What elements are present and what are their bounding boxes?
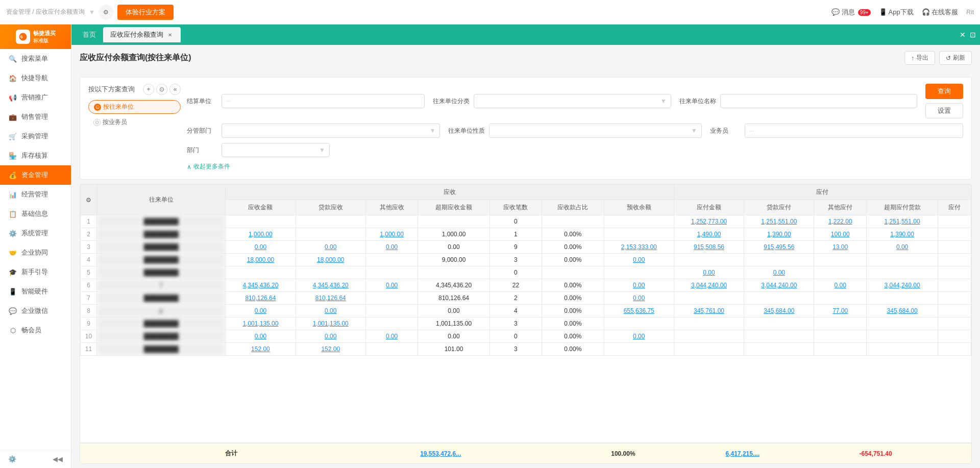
sidebar-item-business[interactable]: 📊 经营管理 <box>0 185 71 204</box>
scheme-tab-partner-label: 按往来单位 <box>103 103 134 111</box>
salesperson-input[interactable]: ··· <box>745 124 963 138</box>
table-container[interactable]: ⚙ 往来单位 应收 应付 应收金额 贷款应收 其他应收 超期应收金额 应收笔数 <box>80 184 971 442</box>
partner-cell: p <box>97 305 226 317</box>
sidebar-item-inventory[interactable]: 🏪 库存核算 <box>0 146 71 165</box>
sidebar-item-label: 采购管理 <box>21 132 48 141</box>
sidebar-item-basic-info[interactable]: 📋 基础信息 <box>0 204 71 224</box>
filter-fields: 结算单位 ··· 往来单位分类 ▼ 往来单位名称 <box>187 84 963 173</box>
newbie-icon: 🎓 <box>8 267 17 277</box>
tab-close-icon[interactable]: ✕ <box>166 31 174 38</box>
member-icon: ⬡ <box>8 326 17 335</box>
table-row: 674,345,436.204,345,436.200.004,345,436.… <box>81 279 971 292</box>
chevron-down-icon[interactable]: ▼ <box>89 9 95 16</box>
sidebar-item-label: 快捷导航 <box>21 73 48 83</box>
filter-partner-nature: 往来单位性质 ▼ <box>448 124 701 138</box>
page-content: 应收应付余额查询(按往来单位) ↑ 导出 ↺ 刷新 <box>71 45 980 468</box>
scheme-tab-partner[interactable]: ⊙ 按往来单位 <box>88 100 181 114</box>
filter-dept-manager: 分管部门 ▼ <box>187 124 440 138</box>
settings-scheme-button[interactable]: ⊙ <box>156 84 167 95</box>
footer-prepay[interactable]: 6,417,215.... <box>675 447 810 460</box>
table-row: 9████████1,001,135.001,001,135.001,001,1… <box>81 317 971 330</box>
query-button[interactable]: 查询 <box>925 84 963 99</box>
table-settings-col[interactable]: ⚙ <box>81 185 97 215</box>
table-row: 11████████152.00152.00101.0030.00% <box>81 343 971 356</box>
content-area: 首页 应收应付余额查询 ✕ ✕ ⊡ 应收应付余额查询(按往来单位) ↑ 导出 <box>71 24 980 468</box>
tabbar: 首页 应收应付余额查询 ✕ ✕ ⊡ <box>71 24 980 45</box>
sidebar-item-smart-hw[interactable]: 📱 智能硬件 <box>0 282 71 301</box>
partner-category-select[interactable]: ▼ <box>474 94 671 108</box>
partner-cell: ████████ <box>97 292 226 305</box>
page-title-actions: ↑ 导出 ↺ 刷新 <box>904 51 972 65</box>
footer-label: 合计 <box>101 447 362 460</box>
sidebar-item-enterprise[interactable]: 🤝 企业协同 <box>0 243 71 262</box>
partner-nature-label: 往来单位性质 <box>448 127 485 135</box>
svg-text:6: 6 <box>20 34 22 39</box>
query-setting-buttons: 查询 设置 <box>925 84 963 118</box>
partner-cell: ████████ <box>97 228 226 241</box>
promo-button[interactable]: 体验行业方案 <box>117 5 174 20</box>
chevron-up-icon: ∧ <box>187 163 191 170</box>
add-scheme-button[interactable]: + <box>143 84 154 95</box>
finance-icon: 💰 <box>8 170 17 180</box>
setting-button[interactable]: 设置 <box>925 103 963 118</box>
more-scheme-button[interactable]: « <box>169 84 181 95</box>
filter-settlement-unit: 结算单位 ··· <box>187 94 425 108</box>
sidebar-item-enterprise-wechat[interactable]: 💬 企业微信 <box>0 301 71 321</box>
partner-cell: ████████ <box>97 254 226 266</box>
sidebar-item-system[interactable]: ⚙️ 系统管理 <box>0 224 71 243</box>
settlement-unit-input[interactable]: ··· <box>222 94 425 108</box>
tab-ar-ap-query[interactable]: 应收应付余额查询 ✕ <box>103 27 181 42</box>
breadcrumb: 资金管理 / 应收应付余额查询 <box>6 8 85 16</box>
refresh-icon: ↺ <box>946 55 951 62</box>
gear-icon[interactable]: ⚙ <box>99 5 113 19</box>
partner-cell: ████████ <box>97 215 226 228</box>
tab-home[interactable]: 首页 <box>76 27 103 42</box>
sidebar-item-sales[interactable]: 💼 销售管理 <box>0 107 71 127</box>
sidebar-logo: 6 畅捷通买 标准版 <box>0 24 71 49</box>
sidebar-item-marketing[interactable]: 📢 营销推广 <box>0 88 71 107</box>
sidebar-settings[interactable]: ⚙️ ◀◀ <box>0 450 71 468</box>
dept-manager-select[interactable]: ▼ <box>222 124 440 138</box>
sidebar-item-label: 智能硬件 <box>21 287 48 296</box>
dept-select[interactable]: ▼ <box>222 143 330 157</box>
topbar: 资金管理 / 应收应付余额查询 ▼ ⚙ 体验行业方案 💬 消息 99+ 📱 Ap… <box>0 0 980 24</box>
app-download-button[interactable]: 📱 App下载 <box>879 8 914 17</box>
export-button[interactable]: ↑ 导出 <box>904 51 935 65</box>
message-button[interactable]: 💬 消息 99+ <box>831 8 870 17</box>
partner-nature-select[interactable]: ▼ <box>489 124 701 138</box>
sidebar-item-label: 企业协同 <box>21 248 48 257</box>
sidebar-item-quick-nav[interactable]: 🏠 快捷导航 <box>0 68 71 88</box>
scheme-tab-salesperson[interactable]: ⊙ 按业务员 <box>88 116 181 129</box>
sidebar-item-label: 基础信息 <box>21 209 48 218</box>
sidebar-item-newbie[interactable]: 🎓 新手引导 <box>0 262 71 282</box>
partner-cell: ████████ <box>97 241 226 254</box>
sidebar-item-member[interactable]: ⬡ 畅会员 <box>0 321 71 340</box>
table-row: 5████████00.000.00 <box>81 266 971 279</box>
sidebar-item-purchase[interactable]: 🛒 采购管理 <box>0 127 71 146</box>
col-overdue-ar: 超期应收金额 <box>418 200 489 215</box>
sidebar-item-label: 经营管理 <box>21 190 48 199</box>
filter-row-1: 结算单位 ··· 往来单位分类 ▼ 往来单位名称 <box>187 84 963 118</box>
purchase-icon: 🛒 <box>8 132 17 141</box>
sidebar-item-finance[interactable]: 💰 资金管理 <box>0 165 71 185</box>
partner-cell: ████████ <box>97 343 226 356</box>
refresh-button[interactable]: ↺ 刷新 <box>939 51 972 65</box>
filter-salesperson: 业务员 ··· <box>710 124 963 138</box>
sales-icon: 💼 <box>8 112 17 121</box>
filter-section: 按以下方案查询 + ⊙ « ⊙ 按往来单位 <box>80 77 972 180</box>
online-service-button[interactable]: 🎧 在线客服 <box>922 8 959 17</box>
maximize-icon[interactable]: ⊡ <box>970 31 976 39</box>
col-ar-group: 应收 <box>226 185 674 200</box>
dept-label: 部门 <box>187 146 217 155</box>
partner-name-input[interactable] <box>720 94 917 108</box>
sidebar-item-search-menu[interactable]: 🔍 搜索菜单 <box>0 49 71 68</box>
collapse-button[interactable]: ∧ 收起更多条件 <box>187 162 963 171</box>
col-loan-ar: 贷款应收 <box>296 200 365 215</box>
filter-row-2: 分管部门 ▼ 往来单位性质 ▼ <box>187 124 963 138</box>
partner-cell: ████████ <box>97 330 226 343</box>
scheme-tab-salesperson-label: 按业务员 <box>103 118 127 127</box>
close-window-icon[interactable]: ✕ <box>960 31 966 39</box>
footer-ar-total[interactable]: 19,553,472,6... <box>362 447 519 460</box>
sidebar-item-label: 库存核算 <box>21 151 48 160</box>
wechat-icon: 💬 <box>8 306 17 315</box>
